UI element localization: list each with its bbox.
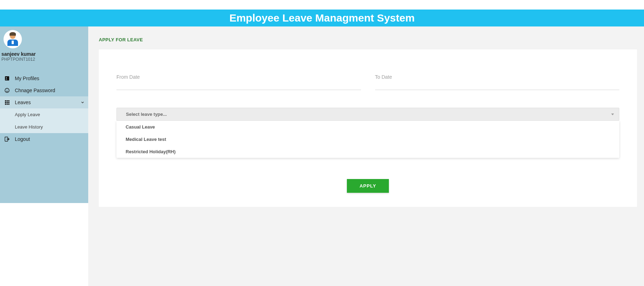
sidebar-subitem-leave-history[interactable]: Leave History <box>15 121 88 133</box>
password-icon <box>4 88 11 93</box>
leave-type-option[interactable]: Medical Leave test <box>116 133 619 145</box>
leave-type-option-label: Restricted Holiday(RH) <box>126 149 176 154</box>
svg-point-3 <box>6 90 6 90</box>
sidebar: sanjeev kumar PHPTPOINT1012 My Profiles … <box>0 26 88 203</box>
grid-icon <box>4 100 11 105</box>
form-card: Se De From Date To Date Select leave typ… <box>99 49 637 207</box>
apply-button[interactable]: APPLY <box>347 179 389 193</box>
date-row: From Date To Date <box>116 74 619 90</box>
leave-type-selected-label: Select leave type... <box>126 112 167 117</box>
app-header: Employee Leave Managment System <box>0 10 644 26</box>
user-id: PHPTPOINT1012 <box>0 57 88 62</box>
svg-rect-7 <box>8 100 9 101</box>
apply-button-label: APPLY <box>360 183 376 189</box>
content-area: APPLY FOR LEAVE Se De From Date To Date … <box>88 26 644 286</box>
svg-rect-6 <box>7 100 8 101</box>
sidebar-item-label: Leaves <box>15 100 31 105</box>
profile-icon <box>4 76 11 81</box>
main-layout: sanjeev kumar PHPTPOINT1012 My Profiles … <box>0 26 644 286</box>
from-date-input[interactable] <box>116 81 361 90</box>
sidebar-submenu-leaves: Apply Leave Leave History <box>0 108 88 133</box>
sidebar-item-label: Chnage Password <box>15 88 55 93</box>
app-title: Employee Leave Managment System <box>229 12 415 24</box>
sidebar-item-label: My Profiles <box>15 76 39 81</box>
svg-rect-13 <box>8 103 9 105</box>
to-date-label: To Date <box>375 74 620 80</box>
page-title: APPLY FOR LEAVE <box>99 37 637 42</box>
sidebar-item-label: Logout <box>15 136 30 142</box>
sidebar-nav: My Profiles Chnage Password Leaves A <box>0 72 88 145</box>
top-spacer <box>0 0 644 9</box>
sidebar-subitem-apply-leave[interactable]: Apply Leave <box>15 108 88 121</box>
leave-type-options: Casual Leave Medical Leave test Restrict… <box>116 121 619 158</box>
sidebar-item-my-profiles[interactable]: My Profiles <box>0 72 88 84</box>
from-date-field: From Date <box>116 74 361 90</box>
leave-type-option[interactable]: Casual Leave <box>116 121 619 133</box>
svg-point-4 <box>8 90 8 90</box>
svg-point-1 <box>6 77 7 78</box>
sidebar-item-change-password[interactable]: Chnage Password <box>0 84 88 96</box>
avatar-wrap <box>0 30 88 48</box>
to-date-input[interactable] <box>375 81 620 90</box>
sidebar-item-label: Leave History <box>15 124 43 130</box>
svg-rect-10 <box>8 102 9 103</box>
svg-rect-12 <box>7 103 8 105</box>
svg-rect-8 <box>5 102 6 103</box>
user-avatar-icon <box>4 30 22 48</box>
svg-rect-11 <box>5 103 6 105</box>
sidebar-item-leaves[interactable]: Leaves <box>0 96 88 108</box>
to-date-field: To Date <box>375 74 620 90</box>
svg-rect-5 <box>5 100 6 101</box>
leave-type-option-label: Medical Leave test <box>126 137 166 142</box>
sidebar-item-label: Apply Leave <box>15 112 40 117</box>
from-date-label: From Date <box>116 74 361 80</box>
chevron-down-icon <box>80 100 85 105</box>
logout-icon <box>4 136 11 142</box>
leave-type-option[interactable]: Restricted Holiday(RH) <box>116 145 619 158</box>
sidebar-item-logout[interactable]: Logout <box>0 133 88 145</box>
svg-point-2 <box>5 88 9 93</box>
leave-type-dropdown: Select leave type... Casual Leave Medica… <box>116 108 619 158</box>
svg-rect-9 <box>7 102 8 103</box>
apply-wrap: APPLY <box>116 179 619 193</box>
leave-type-option-label: Casual Leave <box>126 124 155 130</box>
leave-type-selected[interactable]: Select leave type... <box>116 108 619 121</box>
user-name: sanjeev kumar <box>0 51 88 57</box>
svg-rect-0 <box>5 76 9 81</box>
